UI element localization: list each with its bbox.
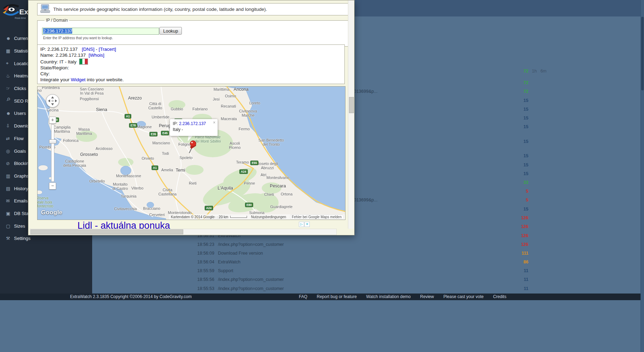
widget-link[interactable]: Widget	[71, 77, 85, 82]
visit-count: 15	[495, 107, 528, 112]
visit-count: 111	[495, 251, 528, 256]
visit-count: 15	[495, 98, 528, 103]
page-link[interactable]: Download Free version	[218, 251, 263, 256]
sidebar-item-label: Emails	[14, 198, 28, 203]
close-icon[interactable]: ×	[213, 120, 215, 125]
terms-link[interactable]: Nutzungsbedingungen	[251, 215, 286, 219]
footer-link[interactable]: FAQ	[299, 294, 307, 300]
zoom-handle[interactable]	[49, 139, 56, 144]
visit-count: 15	[495, 207, 528, 212]
dns-link[interactable]: [DNS]	[82, 47, 95, 52]
map-label: Magione	[137, 125, 152, 129]
users-icon: ☻	[6, 111, 14, 116]
map-label: Castiglione della Pescaia	[63, 159, 86, 167]
footer-links: FAQReport bug or featureWatch installati…	[299, 294, 506, 300]
map-label: Recanati	[221, 104, 236, 109]
map-label: Grosseto	[80, 153, 98, 157]
google-map[interactable]: PontederaLivornoSan Casciano In Val di P…	[37, 86, 345, 220]
sidebar-item-label: Settings	[14, 236, 30, 241]
whois-link[interactable]: [Whois]	[89, 53, 104, 58]
map-label: Fermo	[239, 127, 250, 131]
stat-row: 18:55:59 Support 11	[0, 268, 641, 275]
horizontal-scrollbar-thumb[interactable]	[30, 229, 183, 234]
pan-right-icon[interactable]	[55, 99, 57, 102]
page-link[interactable]: /index.php?option=com_customer	[218, 242, 284, 247]
pan-left-icon[interactable]	[48, 99, 50, 102]
horizontal-scrollbar[interactable]	[30, 229, 337, 235]
footer-link[interactable]: Credits	[493, 294, 506, 300]
map-label: Riserva Statale Isola di Montecristo	[37, 196, 53, 208]
zoom-out-button[interactable]: −	[49, 182, 56, 189]
stat-row: 18:56:09 Download Free version 111	[0, 251, 641, 258]
sidebar-item-label: Graphs	[14, 173, 29, 179]
map-label: Parco Nazionale dei Monti Sibillini	[195, 135, 221, 143]
pan-up-icon[interactable]	[51, 96, 54, 98]
vertical-scrollbar-thumb[interactable]	[349, 97, 354, 113]
page-link-fragment[interactable]: 1013699&p...	[351, 198, 377, 202]
map-label: Cerveteri	[149, 213, 165, 217]
page-scrollbar-thumb[interactable]	[641, 17, 644, 90]
page-link[interactable]: Support	[218, 268, 233, 273]
zoom-slider[interactable]	[51, 124, 54, 182]
map-pan-control[interactable]	[46, 94, 59, 108]
report-error-link[interactable]: Fehler bei Google Maps melden	[290, 215, 343, 219]
result-name-line: Name: 2.236.172.137[Whois]	[40, 52, 342, 58]
map-label: Loreto	[249, 101, 260, 105]
lookup-button[interactable]: Lookup	[159, 27, 182, 35]
stat-row: 18:55:53 /index.php?option=com_customer …	[0, 286, 641, 293]
google-logo[interactable]: Google	[41, 209, 63, 216]
input-hint: Enter the IP address that you want to lo…	[43, 36, 113, 40]
footer-link[interactable]: Review	[420, 294, 434, 300]
lookup-results: IP: 2.236.172.137[DNS] - [Tracert] Name:…	[37, 44, 345, 84]
visit-count: 126	[495, 215, 528, 220]
timestamp: 18:55:59	[197, 268, 214, 273]
map-label: Umbertide	[152, 115, 170, 119]
road-shield: E55	[250, 161, 258, 165]
sidebar-item-label: Clicks	[14, 86, 26, 91]
visit-count: 126	[495, 233, 528, 238]
visit-count: 72	[495, 89, 528, 94]
road-shield: E35	[149, 132, 157, 137]
page-link[interactable]: /index.php?option=com_customer	[218, 286, 284, 291]
visit-count: 5	[495, 189, 528, 194]
map-label: Bracciano	[143, 207, 160, 211]
seo-search-icon: ⚲	[5, 96, 15, 106]
page-link[interactable]: /index.php?option=com_customer	[218, 277, 284, 282]
flow-icon: ⇄	[6, 136, 14, 141]
zoom-in-button[interactable]: +	[49, 117, 56, 124]
vertical-scrollbar[interactable]	[348, 0, 354, 229]
map-label: Montefiascone	[116, 174, 141, 178]
map-label: Campiglia Marittima	[54, 125, 71, 133]
settings-wrench-icon: ⚒	[6, 236, 14, 241]
map-label: Penne	[244, 181, 255, 186]
page-link[interactable]: ExtraWatch	[218, 260, 240, 264]
duration-label: 1h 6m	[532, 69, 547, 74]
map-copyright: Kartendaten © 2014 Google	[171, 215, 215, 219]
page-scrollbar[interactable]	[640, 0, 644, 352]
map-label: Fabriano	[192, 107, 207, 111]
timestamp: 18:56:09	[197, 251, 214, 256]
map-label: Marsciano	[152, 141, 170, 145]
statistics-icon: ▦	[6, 48, 14, 54]
footer-link[interactable]: Please cast your vote	[443, 294, 484, 300]
tracert-link[interactable]: [Tracert]	[99, 47, 116, 52]
infowindow-ip-link[interactable]: 2.236.172.137	[179, 121, 206, 126]
footer-link[interactable]: Watch installation demo	[366, 294, 411, 300]
sidebar-item-label: Goals	[14, 149, 26, 154]
sidebar-item-label: Sizes	[14, 223, 25, 229]
ad-close-icon[interactable]: ✕	[304, 222, 310, 227]
map-label: Spoleto	[179, 156, 192, 160]
adchoices-icon[interactable]: ▷	[299, 222, 304, 227]
visit-count: 72	[495, 80, 528, 85]
map-attribution: Kartendaten © 2014 Google 20 km Nutzungs…	[169, 214, 345, 220]
ip-input[interactable]: 2.236.172.137	[42, 28, 159, 35]
computer-icon	[40, 4, 50, 14]
road-shield: A1	[152, 166, 158, 170]
footer-link[interactable]: Report bug or feature	[317, 294, 357, 300]
map-label: Teramo	[236, 160, 249, 165]
visit-count: 15	[495, 153, 528, 158]
stat-row: 18:56:23 /index.php?option=com_customer …	[0, 242, 641, 249]
history-icon: ▤	[6, 186, 14, 191]
pan-down-icon[interactable]	[51, 103, 54, 105]
page-link-fragment[interactable]: 1013699&p...	[351, 89, 377, 94]
